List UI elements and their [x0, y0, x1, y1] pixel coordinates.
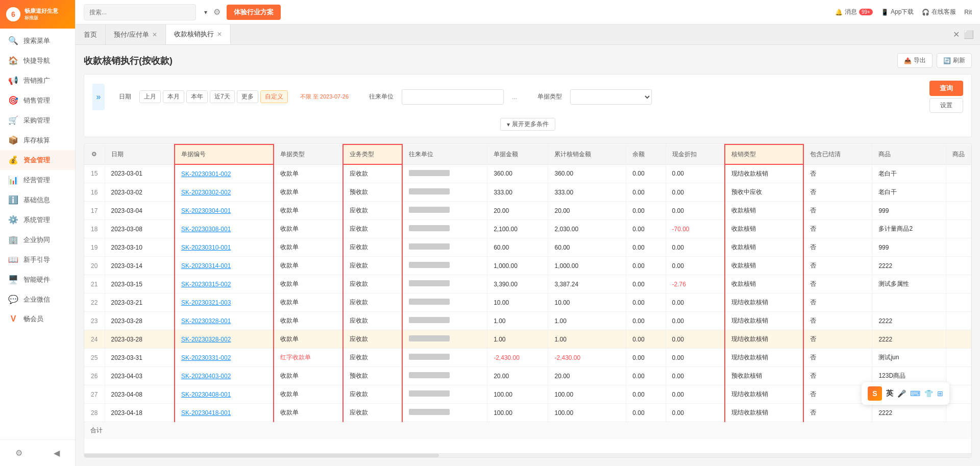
industry-solution-button[interactable]: 体验行业方案: [227, 5, 281, 20]
table-row[interactable]: 17 2023-03-04 SK-20230304-001 收款单 应收款 20…: [84, 202, 971, 220]
cell-bill-no[interactable]: SK-20230315-002: [175, 275, 274, 293]
sidebar-item-enterprise[interactable]: 🏢 企业协同: [0, 230, 75, 250]
tab-home[interactable]: 首页: [76, 24, 106, 44]
cell-biz-type: 应收款: [343, 238, 403, 257]
table-row[interactable]: 24 2023-03-28 SK-20230328-002 收款单 应收款 1.…: [84, 330, 971, 349]
mic-icon[interactable]: 🎤: [897, 389, 906, 398]
cell-no: 20: [84, 257, 105, 275]
cell-include-settled: 否: [803, 312, 872, 330]
cell-balance: 0.00: [626, 183, 666, 202]
filter-expand-toggle[interactable]: »: [92, 84, 105, 110]
expand-conditions-button[interactable]: ▾ 展开更多条件: [500, 118, 555, 131]
sidebar-item-sales[interactable]: 🎯 销售管理: [0, 90, 75, 110]
this-month-btn[interactable]: 本月: [163, 90, 184, 103]
sidebar-item-guide[interactable]: 📖 新手引导: [0, 250, 75, 269]
cell-bill-no[interactable]: SK-20230310-001: [175, 238, 274, 257]
filter-settings-button[interactable]: 设置: [929, 98, 963, 113]
user-item[interactable]: Rit: [964, 9, 972, 16]
sidebar-item-finance[interactable]: 💰 资金管理: [0, 150, 75, 170]
topbar: ▾ ⚙ 体验行业方案 🔔 消息 99+ 📱 App下载 🎧 在线客服 Rit: [76, 0, 980, 24]
tab-close-all-icon[interactable]: ✕: [953, 30, 960, 39]
col-settings[interactable]: ⚙: [84, 144, 105, 164]
cell-write-off: 100.00: [548, 404, 626, 422]
cell-goods2: [946, 385, 971, 404]
table-row[interactable]: 16 2023-03-02 SK-20230302-002 收款单 预收款 33…: [84, 183, 971, 202]
sidebar-item-operations[interactable]: 📊 经营管理: [0, 170, 75, 190]
cell-bill-type: 收款单: [274, 183, 343, 202]
table-row[interactable]: 22 2023-03-21 SK-20230321-003 收款单 应收款 10…: [84, 293, 971, 312]
tab-collection-close[interactable]: ✕: [217, 31, 222, 38]
cell-bill-no[interactable]: SK-20230408-001: [175, 385, 274, 404]
tab-collection-label: 收款核销执行: [174, 30, 214, 39]
settings-button[interactable]: ⚙: [11, 444, 27, 462]
table-row[interactable]: 19 2023-03-10 SK-20230310-001 收款单 应收款 60…: [84, 238, 971, 257]
table-row[interactable]: 26 2023-04-03 SK-20230403-002 收款单 预收款 20…: [84, 367, 971, 385]
cell-discount: 0.00: [666, 367, 725, 385]
table-row[interactable]: 25 2023-03-31 SK-20230331-002 红字收款单 应收款 …: [84, 349, 971, 367]
tab-prepay-close[interactable]: ✕: [152, 31, 157, 38]
table-scroll[interactable]: ⚙ 日期 单据编号 单据类型 业务类型 往来单位 单据金额 累计核销金额 余额 …: [84, 144, 971, 453]
sidebar-item-system[interactable]: ⚙️ 系统管理: [0, 210, 75, 230]
grid-icon: ⊞: [937, 389, 943, 398]
keyboard-icon[interactable]: ⌨: [910, 389, 920, 398]
table-row[interactable]: 15 2023-03-01 SK-20230301-002 收款单 应收款 36…: [84, 164, 971, 183]
cell-bill-no[interactable]: SK-20230418-001: [175, 404, 274, 422]
page-actions: 📤 导出 🔄 刷新: [897, 53, 972, 68]
app-download-item[interactable]: 📱 App下载: [881, 8, 914, 16]
cell-bill-no[interactable]: SK-20230314-001: [175, 257, 274, 275]
last-month-btn[interactable]: 上月: [139, 90, 161, 103]
sidebar-item-inventory[interactable]: 📦 库存核算: [0, 130, 75, 150]
bill-type-select[interactable]: [570, 89, 652, 105]
cell-bill-no[interactable]: SK-20230302-002: [175, 183, 274, 202]
tab-collection[interactable]: 收款核销执行 ✕: [166, 24, 231, 44]
collapse-button[interactable]: ◀: [50, 444, 64, 462]
cell-bill-no[interactable]: SK-20230308-001: [175, 220, 274, 238]
cell-bill-no[interactable]: SK-20230403-002: [175, 367, 274, 385]
table-row[interactable]: 27 2023-04-08 SK-20230408-001 收款单 应收款 10…: [84, 385, 971, 404]
topbar-dropdown[interactable]: ▾: [202, 9, 207, 16]
custom-date-btn[interactable]: 自定义: [260, 90, 288, 103]
horizontal-scrollbar[interactable]: [84, 453, 971, 457]
last-7-days-btn[interactable]: 近7天: [210, 90, 235, 103]
cell-write-off: 100.00: [548, 385, 626, 404]
table-header-row: ⚙ 日期 单据编号 单据类型 业务类型 往来单位 单据金额 累计核销金额 余额 …: [84, 144, 971, 164]
cell-bill-no[interactable]: SK-20230331-002: [175, 349, 274, 367]
table-footer-row: 合计: [84, 422, 971, 439]
table-row[interactable]: 20 2023-03-14 SK-20230314-001 收款单 应收款 1,…: [84, 257, 971, 275]
sidebar-logo: 6 畅康道好生意 标推版: [0, 0, 75, 29]
cell-date: 2023-03-02: [105, 183, 175, 202]
tab-prepay[interactable]: 预付/应付单 ✕: [106, 24, 166, 44]
export-button[interactable]: 📤 导出: [897, 53, 933, 68]
sidebar-item-marketing[interactable]: 📢 营销推广: [0, 70, 75, 90]
online-service-item[interactable]: 🎧 在线客服: [922, 8, 956, 16]
sidebar-item-member[interactable]: V 畅会员: [0, 309, 75, 329]
table-row[interactable]: 23 2023-03-28 SK-20230328-001 收款单 应收款 1.…: [84, 312, 971, 330]
table-row[interactable]: 21 2023-03-15 SK-20230315-002 收款单 应收款 3,…: [84, 275, 971, 293]
sidebar-item-base[interactable]: ℹ️ 基础信息: [0, 190, 75, 210]
cell-write-off: 60.00: [548, 238, 626, 257]
cell-bill-no[interactable]: SK-20230328-001: [175, 312, 274, 330]
cell-bill-type: 收款单: [274, 367, 343, 385]
table-row[interactable]: 28 2023-04-18 SK-20230418-001 收款单 应收款 10…: [84, 404, 971, 422]
cell-bill-no[interactable]: SK-20230304-001: [175, 202, 274, 220]
sidebar-item-purchase[interactable]: 🛒 采购管理: [0, 110, 75, 130]
sidebar-item-hardware[interactable]: 🖥️ 智能硬件: [0, 269, 75, 289]
notifications-item[interactable]: 🔔 消息 99+: [835, 8, 873, 16]
main-area: ▾ ⚙ 体验行业方案 🔔 消息 99+ 📱 App下载 🎧 在线客服 Rit: [76, 0, 980, 466]
topbar-search-input[interactable]: [84, 4, 196, 20]
tab-maximize-icon[interactable]: ⬜: [964, 30, 974, 39]
cell-include-settled: 否: [803, 349, 872, 367]
partner-input[interactable]: [402, 89, 504, 105]
sidebar-item-quicknav[interactable]: 🏠 快捷导航: [0, 51, 75, 70]
more-date-btn[interactable]: 更多: [237, 90, 258, 103]
sidebar-item-wechat[interactable]: 💬 企业微信: [0, 289, 75, 309]
query-button[interactable]: 查询: [929, 81, 963, 96]
cell-bill-no[interactable]: SK-20230321-003: [175, 293, 274, 312]
topbar-gear-icon[interactable]: ⚙: [213, 7, 220, 17]
sidebar-item-search[interactable]: 🔍 搜索菜单: [0, 31, 75, 51]
cell-bill-no[interactable]: SK-20230328-002: [175, 330, 274, 349]
refresh-button[interactable]: 🔄 刷新: [937, 53, 972, 68]
cell-bill-no[interactable]: SK-20230301-002: [175, 164, 274, 183]
this-year-btn[interactable]: 本年: [186, 90, 208, 103]
table-row[interactable]: 18 2023-03-08 SK-20230308-001 收款单 应收款 2,…: [84, 220, 971, 238]
